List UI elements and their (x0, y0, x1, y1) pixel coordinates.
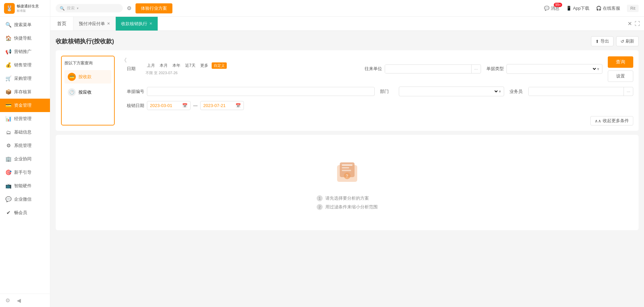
bill-no-input[interactable] (147, 87, 375, 96)
sidebar-icon-beginner: 🎯 (5, 169, 11, 175)
tab-prepay-close[interactable]: ✕ (107, 21, 110, 26)
date-btn-this-year[interactable]: 本年 (171, 62, 182, 69)
top-header: 🔍 搜索 ▾ ⚙ 体验行业方案 💬 消息 99+ 📱 App下载 🎧 在线客服 … (50, 0, 644, 17)
app-icon: 📱 (566, 6, 572, 11)
tab-receivable-label: 收款核销执行 (121, 21, 147, 27)
sidebar-icon-finance: 💳 (5, 102, 11, 108)
tab-receivable-writeoff[interactable]: 收款核销执行 ✕ (116, 17, 158, 31)
sidebar-icon-operation: 📊 (5, 116, 11, 122)
header-right: 💬 消息 99+ 📱 App下载 🎧 在线客服 Rit (544, 5, 639, 12)
dept-select[interactable] (402, 89, 499, 94)
bill-type-chevron: ▾ (597, 66, 599, 71)
sidebar-item-inventory[interactable]: 📦 库存核算 (0, 85, 50, 99)
msg-icon: 💬 (544, 6, 549, 11)
setting-btn[interactable]: 设置 (608, 70, 633, 82)
sidebar-label-operation: 经营管理 (14, 116, 32, 122)
sidebar-icon-system: ⚙ (5, 143, 11, 149)
sidebar-item-purchase[interactable]: 🛒 采购管理 (0, 72, 50, 85)
bill-type-select[interactable] (509, 66, 597, 72)
header-search-chevron: ▾ (77, 6, 78, 10)
collapse-sidebar-icon[interactable]: ◀ (17, 297, 21, 304)
tab-prepay-conflicts[interactable]: 预付冲应付单 ✕ (73, 17, 116, 31)
settings-bottom-icon[interactable]: ⚙ (5, 297, 10, 304)
writeoff-end-text[interactable] (203, 103, 233, 108)
writeoff-end-calendar[interactable]: 📅 (235, 103, 241, 108)
writeoff-end-input[interactable]: 📅 (200, 101, 244, 110)
staff-field: 业务员 ··· (509, 87, 634, 96)
writeoff-start-calendar[interactable]: 📅 (182, 103, 187, 108)
sidebar-item-operation[interactable]: 📊 经营管理 (0, 112, 50, 125)
header-msg[interactable]: 💬 消息 99+ (544, 5, 559, 11)
refresh-btn[interactable]: ↺ 刷新 (616, 36, 639, 46)
sidebar-bottom: ⚙ ◀ (0, 294, 50, 307)
sidebar-icon-marketing: 📢 (5, 49, 11, 55)
sidebar-item-marketing[interactable]: 📢 营销推广 (0, 45, 50, 58)
tab-home[interactable]: 首页 (50, 17, 73, 31)
sidebar-item-finance[interactable]: 💳 资金管理 (0, 99, 50, 112)
bill-type-select-wrapper[interactable]: ▾ (506, 64, 603, 74)
date-btn-this-month[interactable]: 本月 (158, 62, 169, 69)
dept-select-wrapper[interactable]: ▾ (399, 87, 504, 96)
date-btn-more[interactable]: 更多 (199, 62, 210, 69)
dept-field: 部门 ▾ (380, 87, 504, 96)
sidebar-item-enterprise[interactable]: 🏢 企业协同 (0, 152, 50, 166)
dept-label: 部门 (380, 89, 396, 95)
filter-panel: 按以下方案查询 💳 按收款 🕐 按应收 (61, 56, 115, 125)
export-btn[interactable]: ⬆ 导出 (591, 36, 613, 46)
sidebar-item-wechat[interactable]: 💬 企业微信 (0, 193, 50, 206)
industry-btn[interactable]: 体验行业方案 (136, 3, 172, 13)
sidebar-item-member[interactable]: ✔ 畅会员 (0, 206, 50, 219)
tab-receivable-close[interactable]: ✕ (149, 21, 152, 26)
sidebar-item-search-menu[interactable]: 🔍 搜索菜单 (0, 18, 50, 32)
logo-badge: 标准版 (17, 9, 39, 13)
empty-tip-1: 1 请先选择要分析的方案 (317, 195, 378, 201)
header-app-download[interactable]: 📱 App下载 (566, 5, 589, 11)
partner-input[interactable]: ··· (385, 64, 481, 73)
date-btn-custom[interactable]: 自定义 (212, 62, 227, 69)
writeoff-start-input[interactable]: 📅 (147, 101, 191, 110)
bill-no-field: 单据编号 (127, 87, 375, 96)
sidebar-item-beginner[interactable]: 🎯 新手引导 (0, 166, 50, 179)
page-header-actions: ⬆ 导出 ↺ 刷新 (591, 36, 639, 46)
filter-option-by-receipt[interactable]: 💳 按收款 (64, 70, 111, 84)
sidebar-item-system[interactable]: ⚙ 系统管理 (0, 139, 50, 152)
tip-text-2: 用过滤条件来缩小分析范围 (325, 204, 378, 210)
sidebar-label-finance: 资金管理 (14, 102, 32, 108)
empty-state: ? 1 请先选择要分析的方案 2 用过滤条件来缩小分析范围 (56, 135, 639, 230)
empty-tip-2: 2 用过滤条件来缩小分析范围 (317, 204, 378, 210)
date-btn-7days[interactable]: 近7天 (184, 62, 197, 69)
writeoff-start-text[interactable] (150, 103, 180, 108)
sidebar-item-quick-nav[interactable]: 🏠 快捷导航 (0, 32, 50, 45)
tip-num-1: 1 (317, 195, 323, 201)
staff-input[interactable]: ··· (528, 87, 634, 96)
tip-text-1: 请先选择要分析的方案 (325, 195, 369, 201)
sidebar-item-smart-hw[interactable]: 📺 智能硬件 (0, 179, 50, 193)
query-btn[interactable]: 查询 (608, 56, 633, 68)
header-gear-icon[interactable]: ⚙ (127, 5, 131, 11)
sidebar-label-search-menu: 搜索菜单 (14, 22, 32, 28)
tab-maximize-icon[interactable]: ⛶ (635, 21, 640, 27)
collapse-more-btn[interactable]: ∧∧ 收起更多条件 (590, 116, 633, 125)
header-service[interactable]: 🎧 在线客服 (596, 5, 620, 11)
bill-no-label: 单据编号 (127, 89, 144, 95)
partner-text-input[interactable] (385, 65, 471, 73)
sidebar-label-beginner: 新手引导 (14, 169, 32, 175)
header-search-area[interactable]: 🔍 搜索 ▾ (56, 4, 123, 12)
staff-ellipsis-icon[interactable]: ··· (624, 87, 633, 96)
staff-text-input[interactable] (529, 87, 624, 96)
sidebar-icon-search-menu: 🔍 (5, 22, 11, 28)
sidebar-label-member: 畅会员 (14, 210, 27, 216)
sidebar-label-enterprise: 企业协同 (14, 156, 32, 162)
sidebar-icon-enterprise: 🏢 (5, 156, 11, 162)
sidebar-item-basic-info[interactable]: 🗂 基础信息 (0, 125, 50, 139)
service-label: 在线客服 (603, 5, 620, 11)
filter-option-by-receivable[interactable]: 🕐 按应收 (64, 86, 111, 99)
partner-ellipsis-icon[interactable]: ··· (471, 65, 481, 73)
sidebar-item-sales[interactable]: 💰 销售管理 (0, 58, 50, 72)
sidebar-label-smart-hw: 智能硬件 (14, 183, 32, 189)
date-btn-last-month[interactable]: 上月 (146, 62, 156, 69)
filter-collapse-icon[interactable]: 《 (121, 56, 127, 64)
tab-close-all-icon[interactable]: ✕ (628, 20, 632, 27)
writeoff-date-sep: — (193, 103, 198, 108)
header-user[interactable]: Rit (627, 5, 639, 12)
